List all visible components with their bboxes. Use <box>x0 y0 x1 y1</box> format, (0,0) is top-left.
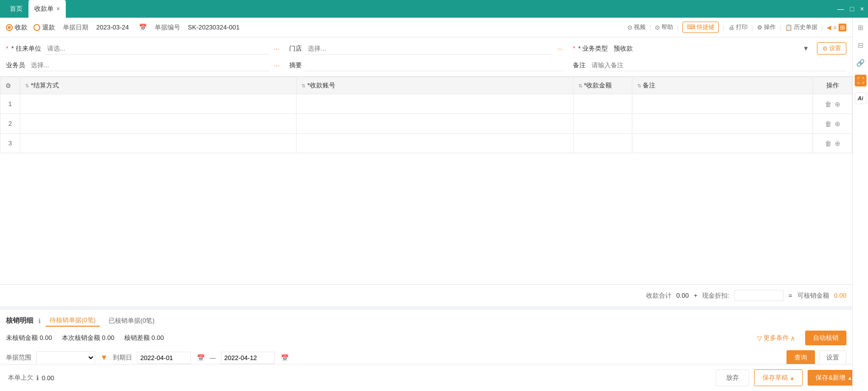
remark-group: 备注 <box>563 59 846 71</box>
row-3-amount[interactable] <box>573 134 632 153</box>
row-3-remark[interactable] <box>632 134 813 153</box>
sidebar-ai-icon[interactable]: Ai <box>855 92 867 104</box>
help-action[interactable]: ⊙ 帮助 <box>655 23 673 31</box>
receipt-refund-toggle: 收款 退款 <box>6 23 55 32</box>
date-to-calendar-icon[interactable]: 📅 <box>281 354 289 362</box>
verify-info-icon[interactable]: ℹ <box>38 317 41 325</box>
right-sidebar: ⊞ ⊟ 🔗 ⛶ Ai <box>852 18 868 391</box>
receipt-tab-close[interactable]: × <box>56 5 60 12</box>
auto-verify-btn[interactable]: 自动核销 <box>805 331 846 345</box>
fields-row-2: 业务员 ··· 摘要 备注 <box>6 59 846 71</box>
auto-verify-label: 自动核销 <box>813 334 839 341</box>
bottom-value: 0.00 <box>42 374 54 382</box>
discount-input[interactable] <box>734 290 784 301</box>
remark-label: 备注 <box>573 61 586 70</box>
settle-col-label: *结算方式 <box>31 82 59 89</box>
shop-input[interactable] <box>305 43 552 55</box>
settings-button[interactable]: ⚙ 设置 <box>817 42 846 55</box>
row-2-account[interactable] <box>297 114 573 134</box>
table-row: 3 🗑 ⊕ <box>0 134 852 153</box>
sidebar-book-icon[interactable]: ⊟ <box>855 39 867 51</box>
row-3-action: 🗑 ⊕ <box>813 134 852 153</box>
business-type-dropdown-icon[interactable]: ▼ <box>803 45 809 52</box>
row-3-account[interactable] <box>297 134 573 153</box>
diff-stat: 核销差额 0.00 <box>124 334 164 342</box>
payment-table: ⚙ ⇅ *结算方式 ⇅ *收款账号 ⇅ *收款金额 ⇅ <box>0 77 852 153</box>
table-row: 1 🗑 ⊕ <box>0 94 852 114</box>
bottom-info-icon[interactable]: ℹ <box>36 374 39 382</box>
current-verify-stat: 本次核销金额 0.00 <box>62 334 114 342</box>
summary-input[interactable] <box>305 59 563 71</box>
remark-input[interactable] <box>589 59 846 71</box>
row-3-delete-icon[interactable]: 🗑 <box>825 140 832 147</box>
row-1-amount[interactable] <box>573 94 632 114</box>
more-filters[interactable]: ▽ 更多条件 ∧ <box>757 334 795 342</box>
range-expand-icon[interactable]: ▼ <box>100 353 108 362</box>
maximize-btn[interactable]: □ <box>850 5 854 13</box>
save-draft-btn[interactable]: 保存草稿 ▲ <box>754 369 803 386</box>
sidebar-table-icon[interactable]: ⊞ <box>855 22 867 33</box>
receipt-radio[interactable]: 收款 <box>6 23 27 32</box>
current-verify-value: 0.00 <box>102 334 114 341</box>
verify-settings-btn[interactable]: 设置 <box>819 350 846 365</box>
gear-th: ⚙ <box>0 77 20 94</box>
abandon-btn[interactable]: 放弃 <box>716 369 749 386</box>
shortcut-btn[interactable]: ⌨ 快捷键 <box>682 22 719 33</box>
row-3-settle[interactable] <box>20 134 297 153</box>
amount-col-header: ⇅ *收款金额 <box>573 77 632 94</box>
date-value: 2023-03-24 <box>96 24 129 31</box>
date-to-input[interactable] <box>221 352 275 364</box>
from-unit-more-icon[interactable]: ··· <box>274 45 280 53</box>
row-1-settle[interactable] <box>20 94 297 114</box>
video-icon: ⊙ <box>627 24 632 31</box>
print-action[interactable]: 🖨 打印 <box>729 23 748 31</box>
sidebar-expand-icon[interactable]: ⛶ <box>855 75 867 86</box>
date-from-input[interactable] <box>137 352 191 364</box>
date-calendar-icon[interactable]: 📅 <box>139 24 147 31</box>
staff-more-icon[interactable]: ··· <box>274 61 280 69</box>
home-tab-label: 首页 <box>10 4 23 13</box>
staff-input[interactable] <box>28 59 269 71</box>
date-from-calendar-icon[interactable]: 📅 <box>197 354 205 362</box>
receipt-tab[interactable]: 收款单 × <box>28 0 66 18</box>
completed-tab[interactable]: 已核销单据(0笔) <box>105 315 159 326</box>
verify-title-label: 核销明细 <box>6 316 33 325</box>
row-1-remark[interactable] <box>632 94 813 114</box>
view-list-icon[interactable]: ≡ <box>833 24 837 31</box>
view-toggle[interactable]: ◀ ≡ ⊞ <box>827 24 846 31</box>
refund-radio[interactable]: 退款 <box>33 23 55 32</box>
video-action[interactable]: ⊙ 视频 <box>627 23 646 31</box>
query-btn[interactable]: 查询 <box>787 350 815 365</box>
row-2-remark[interactable] <box>632 114 813 134</box>
row-2-num: 2 <box>0 114 20 134</box>
verify-amount-label: 可核销金额 <box>797 291 829 300</box>
home-tab[interactable]: 首页 <box>4 0 28 18</box>
video-label: 视频 <box>634 23 646 31</box>
query-label: 查询 <box>794 354 807 361</box>
view-prev-icon[interactable]: ◀ <box>827 24 831 31</box>
table-gear-icon[interactable]: ⚙ <box>5 82 11 89</box>
history-label: 历史单据 <box>794 23 817 31</box>
row-1-copy-icon[interactable]: ⊕ <box>835 100 841 108</box>
shop-more-icon[interactable]: ··· <box>557 45 563 53</box>
row-1-delete-icon[interactable]: 🗑 <box>825 100 832 108</box>
row-1-account[interactable] <box>297 94 573 114</box>
row-3-copy-icon[interactable]: ⊕ <box>835 140 841 147</box>
sidebar-attachment-icon[interactable]: 🔗 <box>855 57 867 69</box>
row-2-amount[interactable] <box>573 114 632 134</box>
more-filters-label: 更多条件 <box>763 334 789 342</box>
range-select[interactable] <box>36 351 95 364</box>
minimize-btn[interactable]: — <box>837 5 844 13</box>
operation-action[interactable]: ⚙ 操作 <box>757 23 776 31</box>
from-unit-input[interactable] <box>44 43 269 55</box>
number-label: 单据编号 <box>155 23 180 32</box>
pending-tab[interactable]: 待核销单据(0笔) <box>46 315 100 327</box>
window-close-btn[interactable]: × <box>860 5 864 13</box>
row-2-settle[interactable] <box>20 114 297 134</box>
row-2-copy-icon[interactable]: ⊕ <box>835 120 841 128</box>
row-2-delete-icon[interactable]: 🗑 <box>825 120 832 128</box>
bottom-bar-info: 本单上欠 ℹ 0.00 <box>8 373 54 382</box>
history-action[interactable]: 📋 历史单据 <box>785 23 817 31</box>
view-grid-icon[interactable]: ⊞ <box>839 24 846 31</box>
operation-col-header: 操作 <box>813 77 852 94</box>
